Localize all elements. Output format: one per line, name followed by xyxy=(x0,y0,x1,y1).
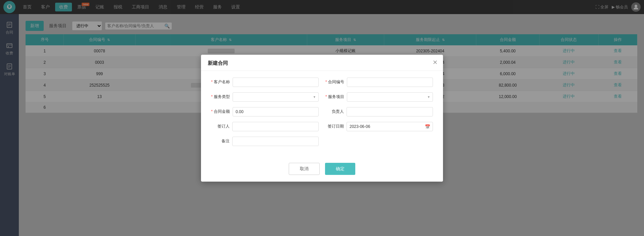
form-group-signer: 签订人 xyxy=(211,122,319,131)
cancel-button[interactable]: 取消 xyxy=(289,163,320,175)
form-row-5: 备注 xyxy=(211,137,433,146)
form-group-customer: 客户名称 xyxy=(211,78,319,87)
notes-input[interactable] xyxy=(232,137,319,146)
sign-date-input[interactable] xyxy=(347,122,433,131)
service-item-select[interactable] xyxy=(347,92,433,102)
form-row-3: 合同金额 负责人 xyxy=(211,107,433,116)
contract-no-label: 合同编号 xyxy=(325,79,344,85)
responsible-input[interactable] xyxy=(347,107,433,116)
modal-overlay[interactable]: 新建合同 ✕ 客户名称 合同编号 服务类型 xyxy=(0,0,644,236)
signer-label: 签订人 xyxy=(211,124,230,129)
sign-date-label: 签订日期 xyxy=(325,124,344,129)
sign-date-wrap: 📅 xyxy=(347,122,433,131)
modal-footer: 取消 确定 xyxy=(201,158,443,182)
form-row-1: 客户名称 合同编号 xyxy=(211,78,433,87)
new-contract-modal: 新建合同 ✕ 客户名称 合同编号 服务类型 xyxy=(201,55,443,182)
service-type-select[interactable] xyxy=(233,92,319,102)
customer-name-input[interactable] xyxy=(233,78,319,87)
amount-label: 合同金额 xyxy=(211,109,230,114)
form-group-service-item: 服务项目 xyxy=(325,92,433,102)
modal-body: 客户名称 合同编号 服务类型 服 xyxy=(201,71,443,158)
service-item-select-wrap xyxy=(347,92,433,102)
service-type-select-wrap xyxy=(233,92,319,102)
form-row-4: 签订人 签订日期 📅 xyxy=(211,122,433,131)
signer-input[interactable] xyxy=(232,122,319,131)
form-group-responsible: 负责人 xyxy=(325,107,433,116)
amount-input[interactable] xyxy=(233,107,319,116)
form-group-sign-date: 签订日期 📅 xyxy=(325,122,433,131)
confirm-button[interactable]: 确定 xyxy=(325,163,355,175)
modal-title: 新建合同 xyxy=(201,55,443,71)
modal-close-button[interactable]: ✕ xyxy=(433,59,438,66)
form-group-contract-no: 合同编号 xyxy=(325,78,433,87)
customer-name-label: 客户名称 xyxy=(211,79,230,85)
notes-label: 备注 xyxy=(211,138,230,144)
form-group-notes: 备注 xyxy=(211,137,319,146)
responsible-label: 负责人 xyxy=(325,109,344,114)
calendar-icon[interactable]: 📅 xyxy=(425,124,430,129)
form-row-2: 服务类型 服务项目 xyxy=(211,92,433,102)
form-group-amount: 合同金额 xyxy=(211,107,319,116)
service-item-label: 服务项目 xyxy=(325,94,344,100)
contract-no-input[interactable] xyxy=(347,78,433,87)
form-group-service-type: 服务类型 xyxy=(211,92,319,102)
service-type-label: 服务类型 xyxy=(211,94,230,100)
